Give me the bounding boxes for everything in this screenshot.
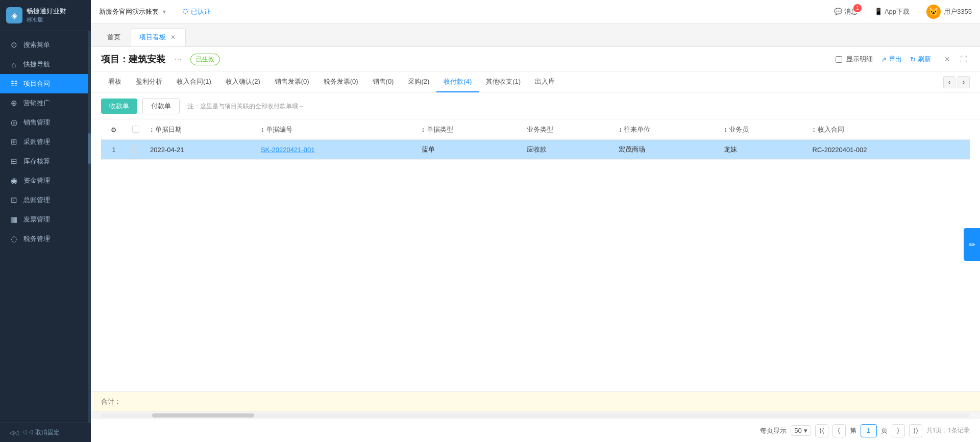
pagination: 每页显示 50 ▾ ⟨⟨ ⟨ 第 1 页 ⟩ ⟩⟩ 共1页，1条记录 — [91, 419, 980, 442]
td-income-contract: RC-20220401-002 — [807, 140, 970, 160]
sub-tab-kanban[interactable]: 看板 — [101, 72, 129, 92]
horizontal-scrollbar[interactable] — [101, 413, 970, 418]
settings-icon[interactable]: ⚙ — [111, 126, 117, 134]
per-page-select[interactable]: 50 ▾ — [791, 425, 811, 436]
sub-tab-payment[interactable]: 收付款(4) — [436, 72, 479, 92]
app-download-icon: 📱 — [874, 8, 883, 15]
floating-edit-button[interactable]: ✏ — [964, 228, 980, 261]
per-page-value: 50 — [794, 427, 801, 434]
sub-tab-label-income-confirm: 收入确认(2) — [226, 78, 260, 85]
sidebar-item-fund-mgmt[interactable]: ◉资金管理 — [0, 171, 88, 190]
nav-label-ledger-mgmt: 总账管理 — [23, 195, 50, 205]
sidebar-unpin-button[interactable]: ◁◁ ◁◁ 取消固定 — [0, 423, 91, 442]
nav-label-sales-mgmt: 销售管理 — [23, 118, 50, 127]
message-button[interactable]: 💬 消息 1 — [834, 7, 857, 16]
th-income-contract-label: ↕ 收入合同 — [813, 126, 844, 133]
expand-window-button[interactable]: ⛶ — [958, 53, 970, 65]
sub-tab-other-income[interactable]: 其他收支(1) — [479, 72, 528, 92]
app-download-button[interactable]: 📱 App下载 — [874, 7, 910, 16]
sidebar-item-tax-mgmt[interactable]: ◌税务管理 — [0, 229, 88, 249]
td-salesperson: 龙妹 — [719, 140, 807, 160]
tab-home[interactable]: 首页 — [99, 28, 129, 46]
nav-label-tax-mgmt: 税务管理 — [23, 234, 50, 243]
next-page-button[interactable]: ⟩ — [892, 424, 905, 437]
td-check[interactable] — [127, 140, 145, 160]
th-type[interactable]: ↕ 单据类型 — [416, 120, 522, 140]
show-detail-toggle[interactable]: 显示明细 — [836, 55, 873, 64]
first-page-button[interactable]: ⟨⟨ — [815, 424, 828, 437]
show-detail-checkbox[interactable] — [836, 56, 842, 63]
topbar-right: 💬 消息 1 📱 App下载 🐱 用户3355 — [834, 5, 972, 19]
sidebar-item-inventory[interactable]: ⊟库存核算 — [0, 152, 88, 171]
sub-tab-label-income-contract: 收入合同(1) — [177, 78, 211, 85]
horizontal-scrollbar-thumb[interactable] — [152, 413, 254, 418]
sidebar-item-invoice-mgmt[interactable]: ▦发票管理 — [0, 210, 88, 229]
per-page-label: 每页显示 — [760, 426, 787, 435]
sub-tab-sales-invoice[interactable]: 销售发票(0) — [267, 72, 316, 92]
sidebar-item-purchase-mgmt[interactable]: ⊞采购管理 — [0, 132, 88, 152]
th-number-label: ↕ 单据编号 — [261, 126, 292, 133]
floating-edit-icon: ✏ — [969, 240, 975, 250]
record-link-0[interactable]: SK-20220421-001 — [261, 146, 315, 154]
app-title: 畅捷通好业财 — [27, 7, 66, 16]
sidebar-item-ledger-mgmt[interactable]: ⊡总账管理 — [0, 190, 88, 210]
th-income-contract[interactable]: ↕ 收入合同 — [807, 120, 970, 140]
sub-tab-prev-button[interactable]: ‹ — [943, 76, 955, 88]
export-label: 导出 — [889, 55, 902, 64]
td-biz-type: 应收款 — [522, 140, 614, 160]
sub-tab-label-tax-invoice: 税务发票(0) — [324, 78, 358, 85]
sub-tab-in-out[interactable]: 出入库 — [528, 72, 562, 92]
nav-label-purchase-mgmt: 采购管理 — [23, 137, 50, 146]
sub-tab-next-button[interactable]: › — [958, 76, 970, 88]
tab-project-board[interactable]: 项目看板✕ — [131, 28, 186, 46]
tab-bar: 首页项目看板✕ — [91, 23, 980, 47]
sub-tab-income-contract[interactable]: 收入合同(1) — [169, 72, 218, 92]
sidebar-item-shortcut[interactable]: ⌂快捷导航 — [0, 55, 88, 74]
sub-tab-income-confirm[interactable]: 收入确认(2) — [218, 72, 267, 92]
sub-tab-tax-invoice[interactable]: 税务发票(0) — [316, 72, 365, 92]
project-more-button[interactable]: ··· — [172, 55, 184, 64]
project-name: 建筑安装 — [129, 54, 165, 64]
close-window-button[interactable]: ✕ — [941, 53, 953, 65]
payment-button[interactable]: 付款单 — [142, 98, 180, 114]
prev-page-button[interactable]: ⟨ — [832, 424, 846, 437]
sidebar-item-project-contract[interactable]: ☷项目合同 — [0, 74, 88, 93]
user-avatar: 🐱 — [926, 5, 941, 19]
sub-tab-sales[interactable]: 销售(0) — [365, 72, 401, 92]
total-row: 合计： — [91, 391, 980, 411]
records-table: ⚙ ↕ 单据日期 ↕ 单据编号 ↕ 单据类型 业务类型 ↕ 往来单位 ↕ 业务员… — [101, 120, 970, 160]
refresh-button[interactable]: ↻ 刷新 — [910, 55, 931, 64]
th-salesperson[interactable]: ↕ 业务员 — [719, 120, 807, 140]
table-row[interactable]: 1 2022-04-21 SK-20220421-001 蓝单 应收款 宏茂商场… — [101, 140, 970, 160]
th-partner[interactable]: ↕ 往来单位 — [614, 120, 719, 140]
sidebar-item-marketing[interactable]: ⊕营销推广 — [0, 93, 88, 113]
certified-label: 已认证 — [191, 7, 211, 16]
last-page-button[interactable]: ⟩⟩ — [909, 424, 922, 437]
th-number[interactable]: ↕ 单据编号 — [256, 120, 416, 140]
workspace-dropdown-icon[interactable]: ▾ — [163, 8, 166, 15]
page-label: 第 — [850, 426, 856, 435]
per-page-arrow-icon: ▾ — [804, 427, 807, 434]
th-settings[interactable]: ⚙ — [101, 120, 127, 140]
sub-tab-label-kanban: 看板 — [108, 78, 121, 85]
app-title-block: 畅捷通好业财 标准版 — [27, 7, 66, 23]
export-button[interactable]: ↗ 导出 — [881, 55, 902, 64]
user-menu-button[interactable]: 🐱 用户3355 — [926, 5, 972, 19]
user-label: 用户3355 — [944, 7, 972, 16]
td-type: 蓝单 — [416, 140, 522, 160]
sub-tab-purchase[interactable]: 采购(2) — [401, 72, 436, 92]
tab-close-project-board[interactable]: ✕ — [169, 33, 177, 41]
nav-icon-invoice-mgmt: ▦ — [9, 215, 18, 224]
sidebar-item-sales-mgmt[interactable]: ◎销售管理 — [0, 113, 88, 132]
sidebar-item-search[interactable]: ⊙搜索菜单 — [0, 35, 88, 55]
nav-icon-fund-mgmt: ◉ — [9, 176, 18, 185]
th-date-label: ↕ 单据日期 — [150, 126, 182, 133]
row-checkbox-0[interactable] — [132, 145, 139, 153]
sub-tab-arrows: ‹ › — [943, 76, 970, 88]
sub-tab-profit-analysis[interactable]: 盈利分析 — [129, 72, 169, 92]
select-all-checkbox[interactable] — [132, 126, 139, 133]
th-date[interactable]: ↕ 单据日期 — [145, 120, 256, 140]
receipt-button[interactable]: 收款单 — [101, 99, 137, 114]
td-number[interactable]: SK-20220421-001 — [256, 140, 416, 160]
topbar-divider2 — [918, 6, 918, 18]
